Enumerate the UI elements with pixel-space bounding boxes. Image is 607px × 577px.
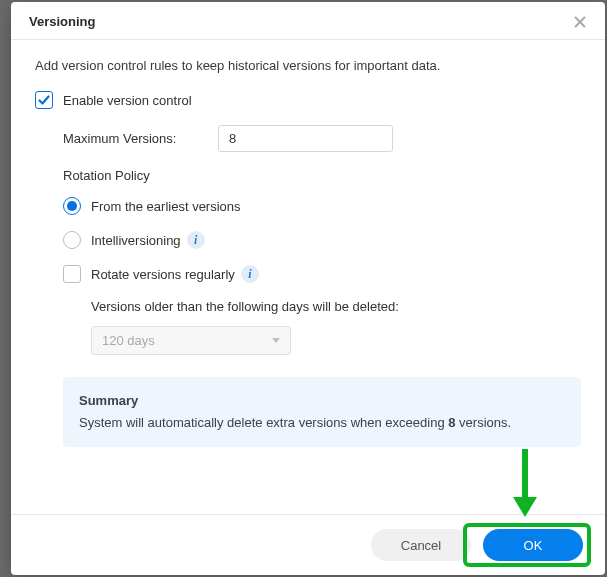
enable-version-control-row: Enable version control bbox=[35, 91, 581, 109]
rotation-policy-title: Rotation Policy bbox=[35, 168, 581, 183]
rotation-earliest-row: From the earliest versions bbox=[35, 197, 581, 215]
rotation-intelliversioning-row: Intelliversioning i bbox=[35, 231, 581, 249]
rotate-regularly-label: Rotate versions regularly bbox=[91, 267, 235, 282]
rotation-intelliversioning-radio[interactable] bbox=[63, 231, 81, 249]
days-select-value: 120 days bbox=[102, 333, 155, 348]
max-versions-row: Maximum Versions: bbox=[35, 125, 581, 152]
ok-button[interactable]: OK bbox=[483, 529, 583, 561]
summary-title: Summary bbox=[79, 391, 565, 411]
summary-text: System will automatically delete extra v… bbox=[79, 413, 565, 433]
rotation-earliest-radio[interactable] bbox=[63, 197, 81, 215]
summary-text-before: System will automatically delete extra v… bbox=[79, 415, 448, 430]
older-than-text: Versions older than the following days w… bbox=[35, 299, 581, 314]
cancel-button[interactable]: Cancel bbox=[371, 529, 471, 561]
enable-version-control-label: Enable version control bbox=[63, 93, 192, 108]
summary-text-after: versions. bbox=[455, 415, 511, 430]
days-select-wrap: 120 days bbox=[35, 326, 581, 355]
info-icon[interactable]: i bbox=[187, 231, 205, 249]
summary-box: Summary System will automatically delete… bbox=[63, 377, 581, 447]
versioning-modal: Versioning Add version control rules to … bbox=[11, 2, 605, 575]
chevron-down-icon bbox=[272, 338, 280, 343]
rotate-regularly-checkbox[interactable] bbox=[63, 265, 81, 283]
rotation-intelliversioning-label: Intelliversioning bbox=[91, 233, 181, 248]
days-select: 120 days bbox=[91, 326, 291, 355]
modal-title: Versioning bbox=[29, 14, 95, 29]
modal-body: Add version control rules to keep histor… bbox=[11, 40, 605, 514]
max-versions-input[interactable] bbox=[218, 125, 393, 152]
rotate-regularly-row: Rotate versions regularly i bbox=[35, 265, 581, 283]
description-text: Add version control rules to keep histor… bbox=[35, 58, 581, 73]
modal-footer: Cancel OK bbox=[11, 514, 605, 575]
info-icon[interactable]: i bbox=[241, 265, 259, 283]
modal-header: Versioning bbox=[11, 2, 605, 40]
close-icon[interactable] bbox=[573, 15, 587, 29]
enable-version-control-checkbox[interactable] bbox=[35, 91, 53, 109]
rotation-earliest-label: From the earliest versions bbox=[91, 199, 241, 214]
max-versions-label: Maximum Versions: bbox=[63, 131, 218, 146]
